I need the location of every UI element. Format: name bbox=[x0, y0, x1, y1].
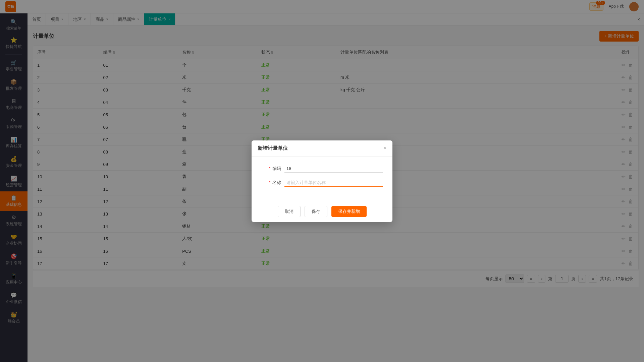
required-mark-code: * bbox=[269, 166, 270, 171]
required-mark-name: * bbox=[269, 180, 270, 185]
add-unit-modal: 新增计量单位 × * 编码 * 名称 取消 保存 保存并新增 bbox=[252, 140, 392, 222]
name-input[interactable] bbox=[284, 179, 383, 187]
save-button[interactable]: 保存 bbox=[305, 206, 327, 217]
modal-title: 新增计量单位 bbox=[258, 145, 288, 152]
save-and-new-button[interactable]: 保存并新增 bbox=[331, 206, 367, 217]
form-row-name: * 名称 bbox=[261, 179, 383, 187]
form-label-code: * 编码 bbox=[261, 166, 284, 172]
modal-body: * 编码 * 名称 bbox=[252, 157, 392, 201]
form-row-code: * 编码 bbox=[261, 165, 383, 173]
modal-close-button[interactable]: × bbox=[383, 145, 386, 151]
modal-footer: 取消 保存 保存并新增 bbox=[252, 201, 392, 222]
modal-header: 新增计量单位 × bbox=[252, 140, 392, 157]
modal-overlay[interactable]: 新增计量单位 × * 编码 * 名称 取消 保存 保存并新增 bbox=[0, 0, 644, 362]
form-label-name: * 名称 bbox=[261, 180, 284, 186]
cancel-button[interactable]: 取消 bbox=[278, 206, 301, 217]
code-input[interactable] bbox=[284, 165, 383, 173]
